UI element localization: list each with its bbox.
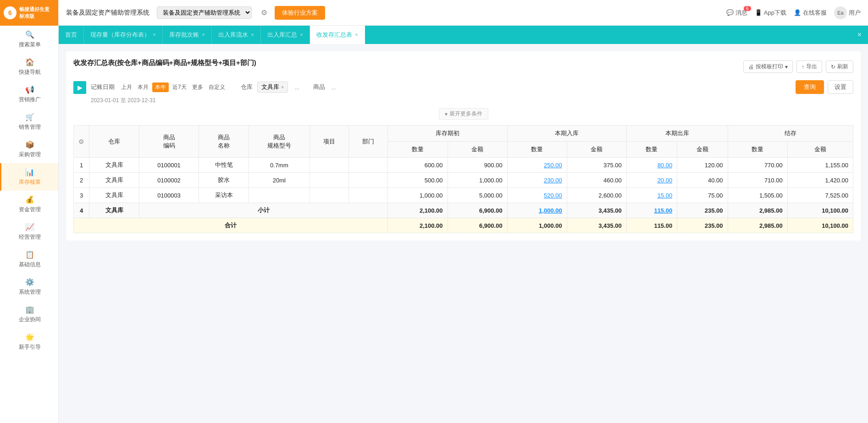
header-right: 💬 消息 6 📱 App下载 👤 在线客服 Ea 用户 [726, 6, 861, 19]
date-btn-custom[interactable]: 自定义 [207, 82, 227, 92]
gear-icon[interactable]: ⚙ [261, 8, 267, 17]
sidebar-item-finance[interactable]: 💰资金管理 [0, 191, 58, 218]
tab-batch-ledger[interactable]: 库存批次账× [163, 26, 212, 44]
filter-expand-button[interactable]: ▶ [73, 81, 86, 94]
sidebar: 6 畅捷通好生意 标准版 🔍搜索菜单🏠快捷导航📢营销推广🛒销售管理📦采购管理📊库… [0, 0, 59, 423]
print-template-button[interactable]: 🖨 按模板打印 ▾ [743, 60, 793, 73]
sidebar-item-quick-nav[interactable]: 🏠快捷导航 [0, 53, 58, 81]
row-no-2: 3 [74, 188, 89, 203]
row-in-qty-2[interactable]: 520.00 [507, 188, 567, 203]
row-out-qty-1[interactable]: 20.00 [626, 173, 677, 188]
row-in-qty-0[interactable]: 250.00 [507, 158, 567, 173]
goods-label: 商品 [313, 83, 325, 91]
subtotal-row: 4 文具库 小计 2,100.00 6,900.00 1,000.00 3,43… [74, 203, 853, 218]
col-opening-header: 库存期初 [388, 126, 507, 142]
sidebar-icon-finance: 💰 [25, 195, 34, 204]
sidebar-item-inventory[interactable]: 📊库存核算 [0, 163, 58, 191]
sidebar-item-guide[interactable]: 🌟新手引导 [0, 328, 58, 356]
tab-close-recv-send-summary[interactable]: × [355, 32, 358, 38]
date-btn-this-month[interactable]: 本月 [136, 82, 150, 92]
refresh-button[interactable]: ↻ 刷新 [826, 60, 853, 73]
sidebar-label-marketing: 营销推广 [19, 96, 41, 104]
tab-close-in-out-summary[interactable]: × [300, 32, 303, 38]
sidebar-label-inventory: 库存核算 [19, 178, 41, 186]
tab-bar-close-all[interactable]: × [851, 31, 868, 39]
date-btn-7days[interactable]: 近7天 [171, 82, 188, 92]
row-out-qty-0[interactable]: 80.00 [626, 158, 677, 173]
sidebar-item-enterprise[interactable]: 🏢企业协同 [0, 301, 58, 328]
tab-close-batch-ledger[interactable]: × [202, 32, 205, 38]
warehouse-tag[interactable]: 文具库 × [257, 82, 288, 93]
subtotal-close-amt: 10,100.00 [787, 203, 853, 218]
tab-close-inventory-dist[interactable]: × [153, 32, 156, 38]
filter-settings-button[interactable]: 设置 [828, 80, 853, 94]
row-goods-spec-1: 20ml [249, 173, 310, 188]
col-settings-header: ⚙ [74, 126, 89, 158]
table-settings-icon[interactable]: ⚙ [78, 138, 84, 145]
sidebar-item-marketing[interactable]: 📢营销推广 [0, 81, 58, 108]
row-in-amt-2: 2,600.00 [567, 188, 626, 203]
tab-inventory-dist[interactable]: 现存量（库存分布表）× [84, 26, 163, 44]
row-open-amt-1: 1,000.00 [448, 173, 507, 188]
tab-recv-send-summary[interactable]: 收发存汇总表× [310, 26, 365, 44]
row-out-qty-2[interactable]: 15.00 [626, 188, 677, 203]
col-closing-header: 结存 [728, 126, 853, 142]
expand-more-row: ▾ 展开更多条件 [73, 108, 853, 120]
row-no-0: 1 [74, 158, 89, 173]
sidebar-item-system[interactable]: ⚙️系统管理 [0, 273, 58, 301]
sidebar-item-sales[interactable]: 🛒销售管理 [0, 108, 58, 136]
tab-in-out-flow[interactable]: 出入库流水× [212, 26, 261, 44]
col-goods-spec-header: 商品规格型号 [249, 126, 310, 158]
sidebar-item-operations[interactable]: 📈经营管理 [0, 218, 58, 246]
sidebar-icon-marketing: 📢 [25, 85, 34, 94]
logo-text: 畅捷通好生意 标准版 [19, 6, 50, 20]
export-button[interactable]: ↑ 导出 [796, 60, 822, 73]
row-goods-code-0: 0100001 [139, 158, 199, 173]
sidebar-label-sales: 销售管理 [19, 123, 41, 131]
tab-label-home: 首页 [65, 31, 77, 39]
message-badge: 6 [744, 6, 751, 11]
table-row: 1 文具库 0100001 中性笔 0.7mm 600.00 900.00 25… [74, 158, 853, 173]
online-service-button[interactable]: 👤 在线客服 [794, 9, 827, 17]
row-department-1 [349, 173, 388, 188]
experience-button[interactable]: 体验行业方案 [275, 6, 325, 20]
subtotal-out-amt: 235.00 [677, 203, 728, 218]
message-button[interactable]: 💬 消息 6 [726, 9, 747, 17]
message-icon: 💬 [726, 9, 734, 16]
sidebar-label-system: 系统管理 [19, 288, 41, 296]
total-label: 合计 [74, 218, 388, 233]
total-open-qty: 2,100.00 [388, 218, 448, 233]
subtotal-open-qty: 2,100.00 [388, 203, 448, 218]
tab-in-out-summary[interactable]: 出入库汇总× [261, 26, 310, 44]
sidebar-icon-inventory: 📊 [25, 168, 34, 176]
row-close-amt-1: 1,420.00 [787, 173, 853, 188]
subtotal-in-qty: 1,000.00 [507, 203, 567, 218]
date-btn-last-month[interactable]: 上月 [119, 82, 134, 92]
app-download-button[interactable]: 📱 App下载 [755, 9, 786, 17]
table-row: 3 文具库 0100003 采访本 1,000.00 5,000.00 520.… [74, 188, 853, 203]
subtotal-warehouse: 文具库 [89, 203, 139, 218]
tab-label-recv-send-summary: 收发存汇总表 [316, 31, 352, 39]
sidebar-item-search[interactable]: 🔍搜索菜单 [0, 26, 58, 53]
sidebar-item-basic-info[interactable]: 📋基础信息 [0, 246, 58, 273]
sidebar-item-purchase[interactable]: 📦采购管理 [0, 136, 58, 163]
query-button[interactable]: 查询 [796, 80, 824, 94]
date-label: 记账日期 [91, 83, 115, 91]
row-in-qty-1[interactable]: 230.00 [507, 173, 567, 188]
system-select[interactable]: 装备及固定资产辅助管理系统 [157, 6, 252, 19]
goods-more[interactable]: ... [332, 84, 337, 91]
date-range-display: 2023-01-01 至 2023-12-31 [91, 97, 155, 104]
tab-close-in-out-flow[interactable]: × [251, 32, 254, 38]
sidebar-icon-basic-info: 📋 [25, 250, 34, 259]
expand-more-button[interactable]: ▾ 展开更多条件 [439, 108, 488, 120]
row-open-qty-0: 600.00 [388, 158, 448, 173]
tab-home[interactable]: 首页 [59, 26, 84, 44]
warehouse-tag-close[interactable]: × [281, 84, 284, 90]
warehouse-more[interactable]: ... [294, 84, 299, 91]
date-btn-more[interactable]: 更多 [190, 82, 205, 92]
user-button[interactable]: Ea 用户 [834, 6, 861, 19]
row-goods-code-2: 0100003 [139, 188, 199, 203]
user-avatar: Ea [834, 6, 847, 19]
date-btn-this-year[interactable]: 本年 [152, 82, 169, 92]
export-icon: ↑ [802, 64, 804, 70]
